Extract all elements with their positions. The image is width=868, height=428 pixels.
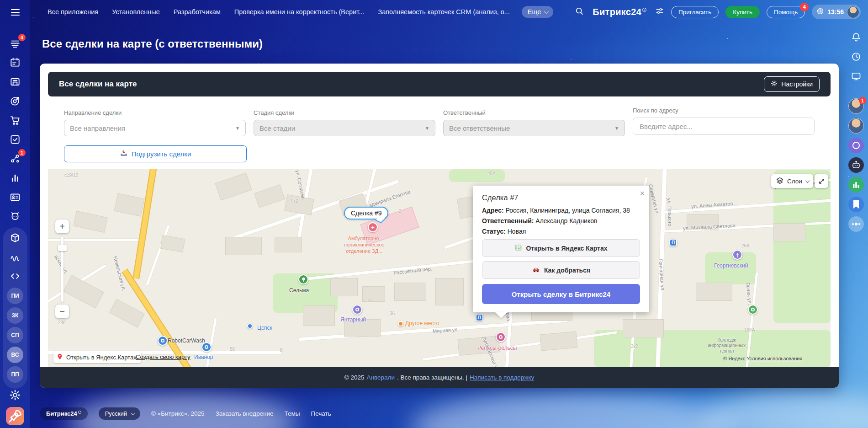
topbar-menu-item[interactable]: Проверка имени на корректность (Верит... [234,8,365,16]
contact-card-icon[interactable] [7,189,23,205]
layers-button[interactable]: Слои [771,174,813,188]
dev-code-icon[interactable] [7,268,23,284]
bookmark-icon[interactable] [848,197,864,212]
bitrix24-footer-logo[interactable]: Битрикс24 [40,407,88,420]
map-label: адмирала Егорова [368,189,411,208]
notifications-bell-icon[interactable] [848,29,864,45]
garden-icon [748,305,758,315]
time-tracker[interactable]: 13:56 [812,5,861,19]
map-label: Иванор [194,354,213,360]
anverali-link[interactable]: Анверали [367,374,395,381]
deal-stage-select[interactable]: Все стадии▼ [254,120,435,136]
page-bottom-bar: Битрикс24 Русский © «Битрикс», 2025 Зака… [40,407,331,420]
language-selector[interactable]: Русский [99,407,140,420]
map-canvas[interactable]: с19/12245Аадмирала Егороваул. Согласия9к… [48,169,831,367]
topbar-menu-item[interactable]: Заполняемость карточек CRM (анализ, о... [378,8,509,16]
open-deal-bitrix-button[interactable]: Открыть сделку в Битрикс24 [482,284,640,304]
copilot-bot-icon[interactable] [848,157,864,173]
map-label: Другое место [405,320,439,326]
invite-button[interactable]: Пригласить [671,6,719,18]
route-button[interactable]: Как добраться [482,261,640,279]
deal-9-map-marker[interactable]: Сделка #9 [344,207,388,219]
sport-icon [247,323,253,329]
map-building [435,278,464,305]
desktop-icon[interactable] [848,69,864,84]
create-own-map-link[interactable]: Создать свою карту [136,353,191,360]
sidebar-app-ВС[interactable]: ВС [7,347,23,363]
market-box-icon[interactable] [7,230,23,246]
map-label: 56 [230,347,235,352]
download-tray-icon [120,149,128,159]
chat-avatar[interactable]: 1 [848,98,864,114]
map-label: с19/12 [64,173,78,178]
fullscreen-expand-icon[interactable] [815,174,828,188]
settings-button[interactable]: Настройки [764,76,820,92]
help-badge: 4 [800,3,809,11]
sidebar-app-СП[interactable]: СП [7,327,23,343]
filter-sliders-icon[interactable] [655,6,664,17]
deal-direction-select[interactable]: Все направления▼ [64,120,246,136]
settings-gear-icon[interactable] [7,387,23,403]
address-search-input[interactable] [633,118,815,135]
support-link[interactable]: Написать в поддержку [470,374,534,381]
app-icon-purple[interactable] [848,138,864,153]
extension-icon[interactable] [848,216,864,232]
order-implementation-link[interactable]: Заказать внедрение [216,410,274,417]
filter-deal-stage: Стадия сделки Все стадии▼ [254,109,435,137]
print-link[interactable]: Печать [311,410,331,417]
chat-avatar[interactable] [848,118,864,134]
map-building [275,237,302,252]
zoom-out-button[interactable]: − [55,305,69,318]
buy-button[interactable]: Купить [725,6,760,18]
map-building [109,299,145,328]
bitrix24-logo[interactable]: Битрикс24 [593,7,646,17]
drive-icon[interactable] [7,74,23,90]
network-icon[interactable]: 1 [7,151,23,166]
open-in-yandex-maps-link[interactable]: Открыть в Яндекс.Картах [53,351,141,363]
terms-of-use-link[interactable]: Условия использования [746,356,802,361]
topbar-menu-item[interactable]: Разработчикам [174,8,221,16]
close-icon[interactable]: × [640,189,645,198]
zoom-slider-handle[interactable] [58,245,67,251]
calendar-icon[interactable] [7,55,23,70]
topbar-menu-item[interactable]: Установленные [112,8,160,16]
crm-target-icon[interactable] [7,93,23,109]
map-building [73,211,108,233]
map-park-area [449,169,505,182]
sidebar-app-ПП[interactable]: ПП [7,366,23,383]
wave-icon[interactable] [7,249,23,265]
rocket-icon[interactable] [6,407,24,425]
open-yandex-maps-button[interactable]: Открыть в Яндекс Картах [482,239,640,257]
hamburger-menu-icon[interactable] [11,9,20,17]
map-park-area [773,170,831,323]
clock-icon [816,7,824,17]
rail-badge: 1 [859,97,866,104]
themes-link[interactable]: Темы [284,410,300,417]
help-button[interactable]: Помощь4 [767,6,805,18]
church-icon: † [732,250,742,260]
clock-icon[interactable] [848,49,864,64]
load-deals-button[interactable]: Подгрузить сделки [64,145,247,162]
filter-label: Направление сделки [64,109,246,116]
zoom-in-button[interactable]: + [55,219,69,233]
user-avatar[interactable] [847,6,859,18]
sidebar-app-ЗК[interactable]: ЗК [7,307,23,324]
app-icon-green[interactable] [848,177,864,193]
app-widget-card: Все сделки на карте Настройки Направлени… [40,64,839,388]
shop-cart-icon[interactable] [7,112,23,128]
widget-title: Все сделки на карте [59,80,137,89]
responsible-select[interactable]: Все ответственные▼ [443,120,625,136]
map-label: 45А [487,171,496,176]
tasks-check-icon[interactable] [7,132,23,147]
topbar-menu-item[interactable]: Все приложения [48,8,98,16]
analytics-bars-icon[interactable] [7,170,23,186]
filter-label: Поиск по адресу [633,107,815,114]
gear-icon [771,80,778,88]
search-icon[interactable] [575,6,584,17]
sidebar-app-ПИ[interactable]: ПИ [7,288,23,304]
map-street [423,331,618,361]
bitrix-copyright: © «Битрикс», 2025 [151,410,205,417]
feed-icon[interactable]: 4 [7,36,23,51]
more-menu-button[interactable]: Еще [522,6,554,18]
bot-icon[interactable] [7,209,23,224]
